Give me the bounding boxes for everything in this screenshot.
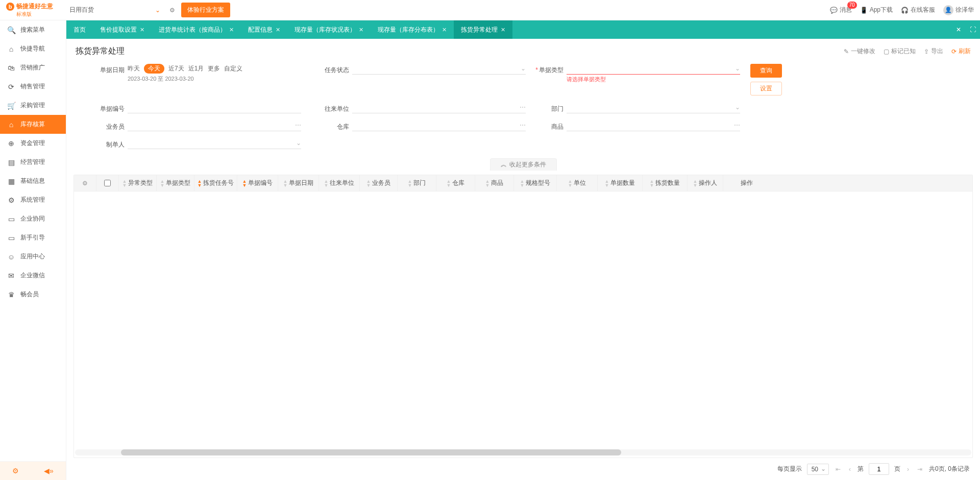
user-menu[interactable]: 👤 徐泽华 xyxy=(943,5,974,15)
pager-last-icon[interactable]: ⇥ xyxy=(916,466,924,473)
th-4[interactable]: ▲▼拣货任务号 xyxy=(194,175,237,191)
th-7[interactable]: ▲▼往来单位 xyxy=(319,175,360,191)
date-opt-2[interactable]: 近7天 xyxy=(168,64,184,73)
select-all-checkbox[interactable] xyxy=(104,180,111,186)
task-status-input[interactable] xyxy=(352,64,526,75)
domain-select[interactable]: 日用百货 ⌄ xyxy=(66,6,163,14)
mark-known-button[interactable]: ▢标记已知 xyxy=(884,47,916,56)
tab-5[interactable]: 现存量（库存分布表）✕ xyxy=(371,20,454,39)
batch-edit-button[interactable]: ✎一键修改 xyxy=(844,47,875,56)
close-icon[interactable]: ✕ xyxy=(501,27,505,33)
clerk-input[interactable] xyxy=(128,121,301,131)
close-icon[interactable]: ✕ xyxy=(140,27,144,33)
query-button[interactable]: 查询 xyxy=(750,64,782,78)
sidebar-collapse-icon[interactable]: ◀» xyxy=(44,467,54,475)
tab-expand-icon[interactable]: ⛶ xyxy=(966,26,980,33)
export-button[interactable]: ⇪导出 xyxy=(924,47,943,56)
pager-prev-icon[interactable]: ‹ xyxy=(847,466,852,473)
sidebar-item-2[interactable]: 🛍营销推广 xyxy=(0,58,66,77)
collapse-filters-button[interactable]: ︽ 收起更多条件 xyxy=(490,158,557,171)
th-15[interactable]: ▲▼拣货数量 xyxy=(643,175,688,191)
partner-input[interactable] xyxy=(352,103,526,113)
sidebar-item-9[interactable]: ⚙系统管理 xyxy=(0,190,66,209)
brand: b 畅捷通好生意 标准版 xyxy=(6,2,66,18)
date-opt-4[interactable]: 更多 xyxy=(208,64,220,73)
date-opt-3[interactable]: 近1月 xyxy=(188,64,204,73)
gear-icon[interactable]: ⚙ xyxy=(169,7,175,14)
tab-4[interactable]: 现存量（库存状况表）✕ xyxy=(287,20,371,39)
date-opt-5[interactable]: 自定义 xyxy=(224,64,242,73)
th-11[interactable]: ▲▼商品 xyxy=(475,175,514,191)
sidebar-item-10[interactable]: ▭企业协同 xyxy=(0,209,66,228)
horizontal-scrollbar[interactable] xyxy=(75,449,971,455)
sidebar-item-8[interactable]: ▦基础信息 xyxy=(0,172,66,190)
app-download-button[interactable]: 📱 App下载 xyxy=(860,6,893,14)
sidebar-item-7[interactable]: ▤经营管理 xyxy=(0,153,66,172)
chevron-down-icon[interactable]: ⌄ xyxy=(521,65,526,72)
sidebar-item-6[interactable]: ⊕资金管理 xyxy=(0,134,66,153)
top-bar: b 畅捷通好生意 标准版 日用百货 ⌄ ⚙ 体验行业方案 💬 消息 70 📱 A… xyxy=(0,0,980,20)
messages-button[interactable]: 💬 消息 70 xyxy=(830,6,852,14)
trial-solution-button[interactable]: 体验行业方案 xyxy=(181,3,230,17)
th-8[interactable]: ▲▼业务员 xyxy=(360,175,398,191)
sidebar-item-3[interactable]: ⟳销售管理 xyxy=(0,77,66,96)
pager-next-icon[interactable]: › xyxy=(905,466,911,473)
date-opt-1[interactable]: 今天 xyxy=(144,64,164,74)
messages-badge: 70 xyxy=(847,2,857,9)
sidebar-item-5[interactable]: ⌂库存核算 xyxy=(0,115,66,134)
more-icon[interactable]: ⋯ xyxy=(295,122,301,129)
th-2[interactable]: ▲▼异常类型 xyxy=(119,175,157,191)
close-icon[interactable]: ✕ xyxy=(276,27,280,33)
per-page-select[interactable]: 50 xyxy=(807,464,829,475)
th-12[interactable]: ▲▼规格型号 xyxy=(514,175,557,191)
th-1[interactable] xyxy=(96,175,119,191)
page-input[interactable] xyxy=(869,463,889,475)
dept-input[interactable] xyxy=(567,103,740,113)
tab-3[interactable]: 配置信息✕ xyxy=(241,20,287,39)
chevron-down-icon[interactable]: ⌄ xyxy=(296,139,301,147)
chevron-down-icon[interactable]: ⌄ xyxy=(735,104,740,111)
th-16[interactable]: ▲▼操作人 xyxy=(688,175,723,191)
chevron-down-icon[interactable]: ⌄ xyxy=(735,65,740,72)
sidebar-item-12[interactable]: ☺应用中心 xyxy=(0,247,66,266)
tab-1[interactable]: 售价提取设置✕ xyxy=(93,20,152,39)
th-9[interactable]: ▲▼部门 xyxy=(398,175,436,191)
pager-first-icon[interactable]: ⇤ xyxy=(834,466,842,473)
headset-icon: 🎧 xyxy=(901,7,909,14)
goods-input[interactable] xyxy=(567,121,740,131)
sidebar-item-1[interactable]: ⌂快捷导航 xyxy=(0,39,66,58)
close-icon[interactable]: ✕ xyxy=(442,27,447,33)
maker-input[interactable] xyxy=(128,138,301,149)
warehouse-input[interactable] xyxy=(352,121,526,131)
settings-button[interactable]: 设置 xyxy=(750,82,782,95)
tab-2[interactable]: 进货单统计表（按商品）✕ xyxy=(152,20,241,39)
tab-close-all-icon[interactable]: ✕ xyxy=(951,26,966,33)
refresh-button[interactable]: ⟳刷新 xyxy=(951,47,971,56)
online-service-button[interactable]: 🎧 在线客服 xyxy=(901,6,935,14)
more-icon[interactable]: ⋯ xyxy=(734,122,740,129)
scrollbar-thumb[interactable] xyxy=(121,449,621,455)
sidebar-item-14[interactable]: ♛畅会员 xyxy=(0,285,66,304)
sidebar-item-4[interactable]: 🛒采购管理 xyxy=(0,96,66,115)
sidebar-item-13[interactable]: ✉企业微信 xyxy=(0,266,66,285)
th-5[interactable]: ▲▼单据编号 xyxy=(237,175,278,191)
tab-0[interactable]: 首页 xyxy=(66,20,93,39)
double-chevron-up-icon: ︽ xyxy=(501,160,507,169)
close-icon[interactable]: ✕ xyxy=(229,27,234,33)
th-14[interactable]: ▲▼单据数量 xyxy=(598,175,643,191)
more-icon[interactable]: ⋯ xyxy=(520,122,526,129)
th-13[interactable]: ▲▼单位 xyxy=(557,175,598,191)
th-3[interactable]: ▲▼单据类型 xyxy=(157,175,194,191)
date-opt-0[interactable]: 昨天 xyxy=(128,64,140,73)
close-icon[interactable]: ✕ xyxy=(359,27,363,33)
sidebar-settings-icon[interactable]: ⚙ xyxy=(12,467,19,475)
sidebar-item-11[interactable]: ▭新手引导 xyxy=(0,228,66,247)
doc-type-input[interactable] xyxy=(567,64,740,75)
tab-6[interactable]: 拣货异常处理✕ xyxy=(454,20,512,39)
more-icon[interactable]: ⋯ xyxy=(520,104,526,111)
th-6[interactable]: ▲▼单据日期 xyxy=(278,175,319,191)
th-10[interactable]: ▲▼仓库 xyxy=(436,175,475,191)
gear-icon[interactable]: ⚙ xyxy=(82,180,88,187)
doc-no-input[interactable] xyxy=(128,103,301,113)
sidebar-item-0[interactable]: 🔍搜索菜单 xyxy=(0,20,66,39)
